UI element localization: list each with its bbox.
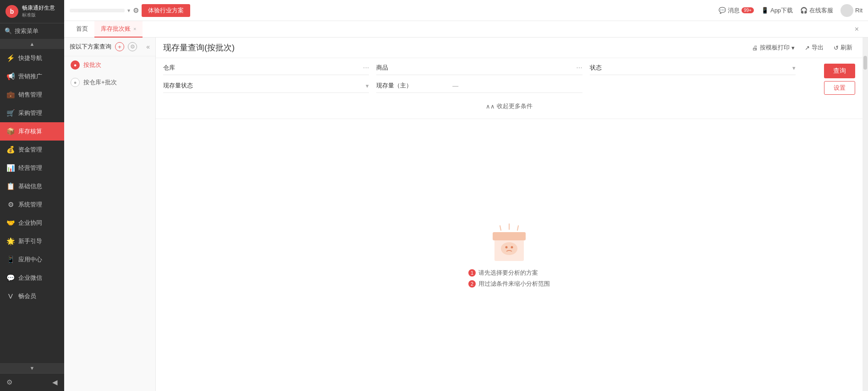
sidebar-company: 畅康通好生意 标准版 [22,5,55,18]
nav-icon-sales: 💼 [6,91,15,99]
tab-batch-account[interactable]: 库存批次账 × [94,21,143,38]
online-service-btn[interactable]: 🎧 在线客服 [800,6,833,15]
topbar: ▾ ⚙ 体验行业方案 💬 消息 99+ 📱 App下载 🎧 在线客服 Rit [64,0,868,21]
stock-amount-filter: 现存量（主） — [376,81,582,93]
sidebar-item-quick-nav[interactable]: ⚡快捷导航 [0,49,64,67]
tabs-bar: 首页 库存批次账 × × [64,21,868,38]
sidebar-item-inventory[interactable]: 📦库存核算 [0,122,64,141]
query-filters: 仓库 ··· 商品 ··· 状态 ▾ 查询 [156,58,863,119]
filter-options: ●按批次●按仓库+批次 [64,56,155,91]
sidebar-item-finance[interactable]: 💰资金管理 [0,141,64,159]
sidebar-item-enterprise[interactable]: 🤝企业协同 [0,214,64,232]
stock-max-input[interactable] [462,82,499,89]
nav-icon-member: V [6,292,15,300]
nav-icon-marketing: 📢 [6,72,15,81]
tab-area-close-btn[interactable]: × [851,25,863,33]
sidebar-search[interactable]: 🔍 搜索菜单 [0,23,64,39]
sidebar-item-marketing[interactable]: 📢营销推广 [0,67,64,86]
user-avatar-btn[interactable]: Rit [841,4,863,17]
svg-line-7 [517,226,518,230]
sidebar-item-member[interactable]: V畅会员 [0,287,64,305]
svg-point-4 [511,246,513,249]
export-btn[interactable]: ↗ 导出 [802,42,826,53]
nav-icon-enterprise: 🤝 [6,219,15,227]
nav-label-marketing: 营销推广 [18,72,42,81]
sidebar-scroll-up[interactable]: ▲ [0,39,64,49]
add-scheme-btn[interactable]: + [115,42,124,51]
avatar [841,4,853,17]
warehouse-dots-btn[interactable]: ··· [363,64,369,72]
chevron-down-icon[interactable]: ▾ [127,7,130,14]
product-dots-btn[interactable]: ··· [576,64,582,72]
settings-icon[interactable]: ⚙ [6,378,12,386]
filter-panel: 按以下方案查询 + ⚙ « ●按批次●按仓库+批次 [64,38,156,391]
product-input[interactable] [395,65,576,71]
empty-tip-1: 1 请先选择要分析的方案 [468,269,550,277]
breadcrumb-search[interactable] [70,9,125,12]
sidebar-item-wechat[interactable]: 💬企业微信 [0,269,64,287]
trial-button[interactable]: 体验行业方案 [142,4,190,17]
status-dropdown-icon[interactable]: ▾ [792,65,796,71]
collapse-filters-btn[interactable]: ∧∧ 收起更多条件 [486,102,533,110]
sidebar-item-system[interactable]: ⚙系统管理 [0,196,64,214]
export-icon: ↗ [805,44,810,51]
nav-label-quick-nav: 快捷导航 [18,54,42,62]
stock-status-input[interactable] [193,82,366,89]
tab-home[interactable]: 首页 [70,21,94,38]
headset-icon: 🎧 [800,7,808,14]
nav-label-finance: 资金管理 [18,146,42,154]
query-btn[interactable]: 查询 [824,64,855,78]
page-title: 现存量查询(按批次) [163,42,235,53]
svg-point-2 [501,242,517,255]
sidebar-item-operation[interactable]: 📊经营管理 [0,159,64,177]
refresh-btn[interactable]: ↺ 刷新 [831,42,855,53]
collapse-panel-icon[interactable]: « [146,43,150,50]
sidebar-scroll-down[interactable]: ▼ [0,363,64,373]
empty-box-svg [486,222,532,263]
query-toolbar: 🖨 按模板打印 ▾ ↗ 导出 ↺ 刷新 [749,42,855,53]
phone-icon: 📱 [761,7,769,14]
nav-icon-finance: 💰 [6,146,15,154]
content-area: 按以下方案查询 + ⚙ « ●按批次●按仓库+批次 现存量查询(按批次) 🖨 按… [64,38,868,391]
filter-option-warehouse-batch[interactable]: ●按仓库+批次 [64,74,155,91]
status-input[interactable] [608,65,792,71]
nav-icon-quick-nav: ⚡ [6,54,15,62]
filter-option-batch[interactable]: ●按批次 [64,56,155,74]
sidebar-footer: ⚙ ◀ [0,373,64,391]
nav-icon-guide: 🌟 [6,237,15,245]
nav-icon-purchase: 🛒 [6,109,15,117]
sidebar-item-sales[interactable]: 💼销售管理 [0,86,64,104]
sidebar-nav: ⚡快捷导航📢营销推广💼销售管理🛒采购管理📦库存核算💰资金管理📊经营管理📋基础信息… [0,49,64,363]
message-icon: 💬 [719,7,726,14]
query-header: 现存量查询(按批次) 🖨 按模板打印 ▾ ↗ 导出 ↺ 刷新 [156,38,863,58]
app-download-btn[interactable]: 📱 App下载 [761,6,793,15]
query-settings-btn[interactable]: 设置 [824,81,855,95]
stock-status-dropdown-icon[interactable]: ▾ [366,82,369,89]
svg-point-3 [505,246,508,249]
product-filter: 商品 ··· [376,64,582,75]
nav-label-guide: 新手引导 [18,237,42,245]
topbar-gear-icon[interactable]: ⚙ [133,6,139,15]
sidebar-logo: b [5,5,18,18]
empty-illustration [486,222,532,263]
sidebar-item-guide[interactable]: 🌟新手引导 [0,232,64,250]
nav-icon-wechat: 💬 [6,274,15,282]
scheme-settings-btn[interactable]: ⚙ [128,42,137,51]
filter-collapse-row: ∧∧ 收起更多条件 [163,99,855,113]
messages-btn[interactable]: 💬 消息 99+ [719,6,754,15]
query-area: 现存量查询(按批次) 🖨 按模板打印 ▾ ↗ 导出 ↺ 刷新 [156,38,863,391]
sidebar-item-appstore[interactable]: 📱应用中心 [0,250,64,269]
print-icon: 🖨 [752,44,758,51]
print-chevron-icon: ▾ [791,44,795,51]
sidebar-item-purchase[interactable]: 🛒采购管理 [0,104,64,122]
sidebar-item-basic[interactable]: 📋基础信息 [0,177,64,196]
tab-close-icon[interactable]: × [133,26,136,32]
breadcrumb: ▾ ⚙ 体验行业方案 [70,4,714,17]
stock-min-input[interactable] [412,82,449,89]
filter-panel-title: 按以下方案查询 [70,43,111,51]
right-scrollbar[interactable] [863,38,868,391]
warehouse-input[interactable] [181,65,363,71]
print-btn[interactable]: 🖨 按模板打印 ▾ [749,42,797,53]
collapse-sidebar-icon[interactable]: ◀ [52,378,58,386]
sidebar: b 畅康通好生意 标准版 🔍 搜索菜单 ▲ ⚡快捷导航📢营销推广💼销售管理🛒采购… [0,0,64,391]
